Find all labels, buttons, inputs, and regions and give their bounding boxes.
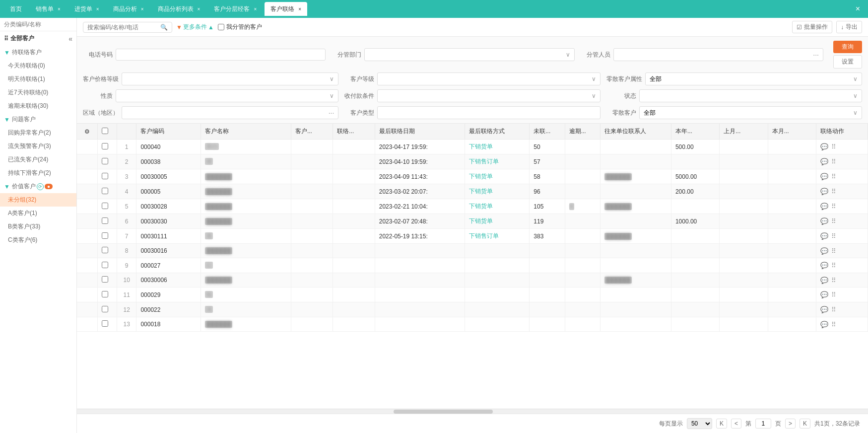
contact-method-link[interactable]: 下销货单 <box>469 203 493 210</box>
close-sales-icon[interactable]: × <box>58 6 61 12</box>
sidebar-item-abnormal[interactable]: 回购异常客户(2) <box>0 126 76 140</box>
more-conditions-btn[interactable]: ▼ 更多条件 ▲ <box>176 23 214 31</box>
sidebar-item-class-b[interactable]: B类客户(33) <box>0 220 76 233</box>
sidebar-item-today-pending[interactable]: 今天待联络(0) <box>0 59 76 72</box>
cell-checkbox[interactable] <box>98 154 117 169</box>
grid-icon[interactable]: ⠿ <box>831 262 836 269</box>
region-dots-icon[interactable]: ··· <box>329 109 334 117</box>
sidebar-item-lost[interactable]: 已流失客户(24) <box>0 153 76 166</box>
contact-method-link[interactable]: 下销售订单 <box>469 158 499 165</box>
reset-btn[interactable]: 设置 <box>833 55 862 69</box>
chat-icon[interactable]: 💬 <box>820 306 828 313</box>
contact-method-link[interactable]: 下销货单 <box>469 217 493 224</box>
tab-customer-contact[interactable]: 客户联络 × <box>265 2 307 16</box>
contact-method-link[interactable]: 下销售订单 <box>469 232 499 239</box>
batch-op-btn[interactable]: ☑ 批量操作 <box>792 21 832 33</box>
chat-icon[interactable]: 💬 <box>820 173 828 180</box>
row-checkbox[interactable] <box>102 188 108 194</box>
horizontal-scrollbar[interactable] <box>77 409 868 414</box>
tab-analysis-list[interactable]: 商品分析列表 × <box>152 2 206 16</box>
retail-attr-select[interactable]: 全部 ∨ <box>645 72 862 85</box>
scrollbar-thumb[interactable] <box>394 410 493 414</box>
contact-method-link[interactable]: 下销货单 <box>469 188 493 195</box>
contact-method-link[interactable]: 下销货单 <box>469 173 493 180</box>
chat-icon[interactable]: 💬 <box>820 188 828 195</box>
sidebar-group-problem[interactable]: ▼ 问题客户 <box>0 113 76 126</box>
chat-icon[interactable]: 💬 <box>820 277 828 284</box>
phone-input[interactable] <box>116 49 326 61</box>
sidebar-item-overdue-pending[interactable]: 逾期未联络(30) <box>0 99 76 113</box>
chat-icon[interactable]: 💬 <box>820 232 828 240</box>
row-checkbox[interactable] <box>102 276 108 283</box>
query-btn[interactable]: 查询 <box>833 41 862 53</box>
tab-sales[interactable]: 销售单 × <box>30 2 67 16</box>
close-purchase-icon[interactable]: × <box>96 6 99 12</box>
tab-analysis[interactable]: 商品分析 × <box>107 2 150 16</box>
th-no-contact[interactable]: 未联... <box>530 124 565 140</box>
close-customer-seg-icon[interactable]: × <box>254 6 257 12</box>
cell-checkbox[interactable] <box>98 273 117 288</box>
price-level-select[interactable]: ∨ <box>122 72 338 85</box>
row-checkbox[interactable] <box>102 203 108 209</box>
row-checkbox[interactable] <box>102 306 108 312</box>
th-name[interactable]: 客户名称 <box>201 124 291 140</box>
sidebar-collapse-icon[interactable]: « <box>68 35 72 43</box>
payment-select[interactable]: ∨ <box>377 89 600 102</box>
close-customer-contact-icon[interactable]: × <box>298 6 301 12</box>
last-page-btn[interactable]: K <box>800 419 810 429</box>
region-select[interactable]: ··· <box>122 106 338 119</box>
sidebar-item-class-a[interactable]: A类客户(1) <box>0 207 76 220</box>
close-analysis-icon[interactable]: × <box>141 6 144 12</box>
page-number-input[interactable] <box>755 419 771 429</box>
manager-dots-icon[interactable]: ··· <box>813 51 819 59</box>
grid-icon[interactable]: ⠿ <box>831 291 836 298</box>
grid-icon[interactable]: ⠿ <box>831 247 836 255</box>
cell-checkbox[interactable] <box>98 214 117 229</box>
retail-customer-select[interactable]: 全部 ∨ <box>639 106 862 119</box>
chat-icon[interactable]: 💬 <box>820 291 828 298</box>
th-last-month[interactable]: 上月... <box>720 124 768 140</box>
customer-type-select[interactable] <box>377 106 600 119</box>
grid-icon[interactable]: ⠿ <box>831 143 836 150</box>
cell-checkbox[interactable] <box>98 140 117 154</box>
grid-icon[interactable]: ⠿ <box>831 306 836 313</box>
th-checkbox[interactable] <box>98 124 117 140</box>
page-size-select[interactable]: 50 20 100 <box>687 418 712 429</box>
row-checkbox[interactable] <box>102 320 108 327</box>
search-input[interactable] <box>87 24 158 31</box>
chat-icon[interactable]: 💬 <box>820 143 828 150</box>
next-page-btn[interactable]: > <box>785 419 796 429</box>
export-btn[interactable]: ↓ 导出 <box>836 21 862 33</box>
th-this-month[interactable]: 本月... <box>768 124 816 140</box>
row-checkbox[interactable] <box>102 143 108 149</box>
cell-checkbox[interactable] <box>98 288 117 302</box>
sidebar-item-churn-warning[interactable]: 流失预警客户(3) <box>0 140 76 153</box>
grid-icon[interactable]: ⠿ <box>831 217 836 225</box>
close-analysis-list-icon[interactable]: × <box>198 6 200 12</box>
contact-method-link[interactable]: 下销货单 <box>469 143 493 150</box>
chat-icon[interactable]: 💬 <box>820 321 828 328</box>
th-contact[interactable]: 联络... <box>333 124 375 140</box>
sidebar-group-pending[interactable]: ▼ 待联络客户 <box>0 46 76 59</box>
chat-icon[interactable]: 💬 <box>820 262 828 269</box>
value-refresh-icon[interactable]: ⟳ <box>37 183 44 190</box>
th-partner-contact[interactable]: 往来单位联系人 <box>601 124 671 140</box>
th-settings[interactable]: ⚙ <box>77 124 98 140</box>
th-this-year[interactable]: 本年... <box>671 124 719 140</box>
prev-page-btn[interactable]: < <box>731 419 741 429</box>
cell-checkbox[interactable] <box>98 169 117 184</box>
grid-icon[interactable]: ⠿ <box>831 203 836 210</box>
grid-icon[interactable]: ⠿ <box>831 188 836 195</box>
dept-select[interactable]: ∨ <box>364 48 574 61</box>
cell-checkbox[interactable] <box>98 317 117 332</box>
chat-icon[interactable]: 💬 <box>820 203 828 210</box>
my-customers-check[interactable] <box>218 24 224 30</box>
sidebar-item-class-c[interactable]: C类客户(6) <box>0 233 76 247</box>
chat-icon[interactable]: 💬 <box>820 247 828 255</box>
sidebar-item-week-pending[interactable]: 近7天待联络(0) <box>0 86 76 99</box>
cell-checkbox[interactable] <box>98 244 117 258</box>
cell-checkbox[interactable] <box>98 258 117 273</box>
tab-home[interactable]: 首页 <box>4 2 28 16</box>
status-select[interactable]: ∨ <box>639 89 862 102</box>
row-checkbox[interactable] <box>102 158 108 164</box>
